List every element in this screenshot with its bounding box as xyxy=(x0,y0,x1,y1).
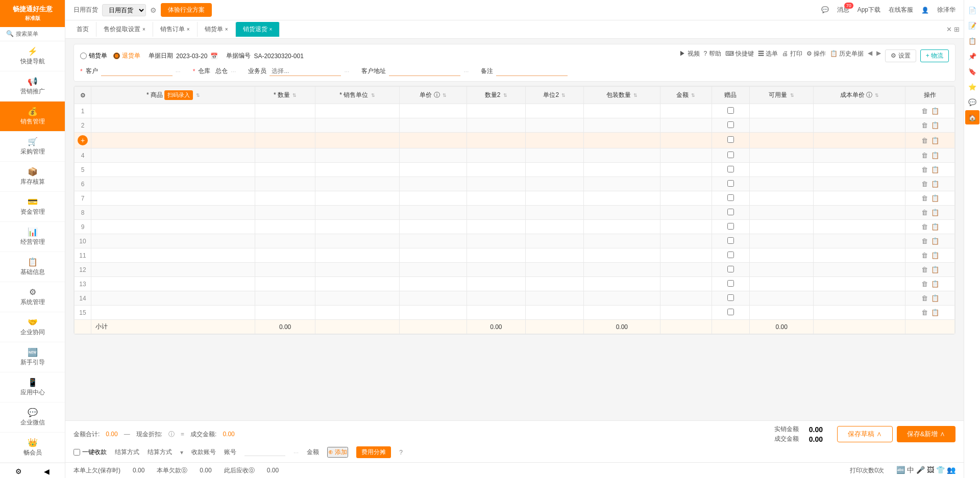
qty-cell[interactable] xyxy=(255,306,315,320)
cost-price-cell[interactable] xyxy=(814,133,905,148)
pack-qty-cell[interactable] xyxy=(584,148,660,163)
sidebar-item-operations[interactable]: 📊 经营管理 xyxy=(0,222,65,252)
unit2-cell[interactable] xyxy=(525,277,584,291)
product-cell[interactable] xyxy=(91,220,255,234)
unit2-cell[interactable] xyxy=(525,177,584,191)
close-all-icon[interactable]: ✕ xyxy=(946,26,952,33)
sales-unit-cell[interactable] xyxy=(315,248,399,263)
qty2-cell[interactable] xyxy=(467,291,526,306)
cost-price-cell[interactable] xyxy=(814,191,905,206)
unit-price-cell[interactable] xyxy=(400,133,467,148)
account-input[interactable] xyxy=(244,448,285,456)
pack-qty-cell[interactable] xyxy=(584,248,660,263)
staff-input[interactable] xyxy=(270,66,341,76)
copy-icon[interactable]: 📋 xyxy=(931,194,939,202)
help-btn[interactable]: ? 帮助 xyxy=(704,49,721,62)
unit-price-cell[interactable] xyxy=(400,291,467,306)
available-cell[interactable] xyxy=(750,191,814,206)
product-cell[interactable] xyxy=(91,263,255,277)
pack-qty-cell[interactable] xyxy=(584,177,660,191)
cost-price-cell[interactable] xyxy=(814,177,905,191)
cost-price-cell[interactable] xyxy=(814,206,905,220)
remark-input[interactable] xyxy=(496,66,568,76)
delete-icon[interactable]: 🗑 xyxy=(921,309,928,316)
warehouse-dots[interactable]: ··· xyxy=(231,68,236,75)
delete-icon[interactable]: 🗑 xyxy=(921,107,928,115)
col-product-sort[interactable]: ⇅ xyxy=(196,93,200,98)
amount-cell[interactable] xyxy=(660,234,712,248)
copy-icon[interactable]: 📋 xyxy=(931,180,939,188)
unit2-cell[interactable] xyxy=(525,206,584,220)
qty2-cell[interactable] xyxy=(467,133,526,148)
pack-qty-cell[interactable] xyxy=(584,206,660,220)
cost-price-cell[interactable] xyxy=(814,248,905,263)
qty2-cell[interactable] xyxy=(467,263,526,277)
pack-qty-cell[interactable] xyxy=(584,220,660,234)
unit2-cell[interactable] xyxy=(525,191,584,206)
sidebar-item-wechat[interactable]: 💬 企业微信 xyxy=(0,402,65,433)
calculation-select[interactable]: 结算方式 xyxy=(148,448,172,457)
product-cell[interactable] xyxy=(91,306,255,320)
unit2-cell[interactable] xyxy=(525,263,584,277)
copy-icon[interactable]: 📋 xyxy=(931,294,939,302)
copy-icon[interactable]: 📋 xyxy=(931,223,939,231)
unit2-cell[interactable] xyxy=(525,248,584,263)
tab-price-setting[interactable]: 售价提取设置 × xyxy=(96,22,153,37)
operate-btn[interactable]: ⚙ 操作 xyxy=(806,49,826,62)
cost-price-cell[interactable] xyxy=(814,234,905,248)
copy-icon[interactable]: 📋 xyxy=(931,266,939,273)
delete-icon[interactable]: 🗑 xyxy=(921,223,928,231)
tab-sales-bill-close[interactable]: × xyxy=(225,27,228,32)
qty2-cell[interactable] xyxy=(467,118,526,133)
qty2-cell[interactable] xyxy=(467,163,526,177)
pack-qty-cell[interactable] xyxy=(584,133,660,148)
pack-qty-cell[interactable] xyxy=(584,104,660,118)
address-dots[interactable]: ··· xyxy=(463,68,469,75)
fee-split-btn[interactable]: 费用分摊 xyxy=(356,446,391,458)
product-cell[interactable] xyxy=(91,291,255,306)
sidebar-item-sales[interactable]: 💰 销售管理 xyxy=(0,102,65,132)
trial-btn[interactable]: 体验行业方案 xyxy=(161,3,212,17)
sales-unit-cell[interactable] xyxy=(315,191,399,206)
product-cell[interactable] xyxy=(91,206,255,220)
qty-cell[interactable] xyxy=(255,220,315,234)
cost-price-cell[interactable] xyxy=(814,291,905,306)
unit2-cell[interactable] xyxy=(525,148,584,163)
sidebar-item-purchase[interactable]: 🛒 采购管理 xyxy=(0,132,65,162)
qty-cell[interactable] xyxy=(255,248,315,263)
select-btn[interactable]: ☰ 选单 xyxy=(758,49,778,62)
qty-cell[interactable] xyxy=(255,263,315,277)
available-cell[interactable] xyxy=(750,234,814,248)
unit2-cell[interactable] xyxy=(525,104,584,118)
available-cell[interactable] xyxy=(750,118,814,133)
delete-icon[interactable]: 🗑 xyxy=(921,137,928,144)
qty2-cell[interactable] xyxy=(467,306,526,320)
cost-price-cell[interactable] xyxy=(814,306,905,320)
right-icon-8[interactable]: 🏠 xyxy=(965,110,979,124)
available-cell[interactable] xyxy=(750,163,814,177)
qty-cell[interactable] xyxy=(255,206,315,220)
pack-qty-cell[interactable] xyxy=(584,291,660,306)
pack-qty-cell[interactable] xyxy=(584,306,660,320)
available-cell[interactable] xyxy=(750,306,814,320)
tab-sales-order[interactable]: 销售订单 × xyxy=(153,22,198,37)
unit-price-cell[interactable] xyxy=(400,234,467,248)
tab-home[interactable]: 首页 xyxy=(69,22,96,37)
unit-price-cell[interactable] xyxy=(400,191,467,206)
next-icon[interactable]: ▶ xyxy=(876,49,881,62)
qty2-cell[interactable] xyxy=(467,148,526,163)
tab-price-setting-close[interactable]: × xyxy=(142,27,145,32)
right-icon-3[interactable]: 📋 xyxy=(965,34,979,48)
sales-unit-cell[interactable] xyxy=(315,306,399,320)
discount-info-icon[interactable]: ⓘ xyxy=(168,430,175,439)
sidebar-item-appstore[interactable]: 📱 应用中心 xyxy=(0,372,65,402)
delete-icon[interactable]: 🗑 xyxy=(921,209,928,216)
qty-cell[interactable] xyxy=(255,148,315,163)
scan-input-btn[interactable]: 扫码录入 xyxy=(164,90,193,100)
qty-cell[interactable] xyxy=(255,191,315,206)
sales-unit-cell[interactable] xyxy=(315,104,399,118)
radio-return-bill[interactable]: 退货单 xyxy=(113,52,140,60)
sidebar-item-collab[interactable]: 🤝 企业协同 xyxy=(0,312,65,342)
online-service-link[interactable]: 在线客服 xyxy=(889,6,913,14)
cost-price-cell[interactable] xyxy=(814,220,905,234)
